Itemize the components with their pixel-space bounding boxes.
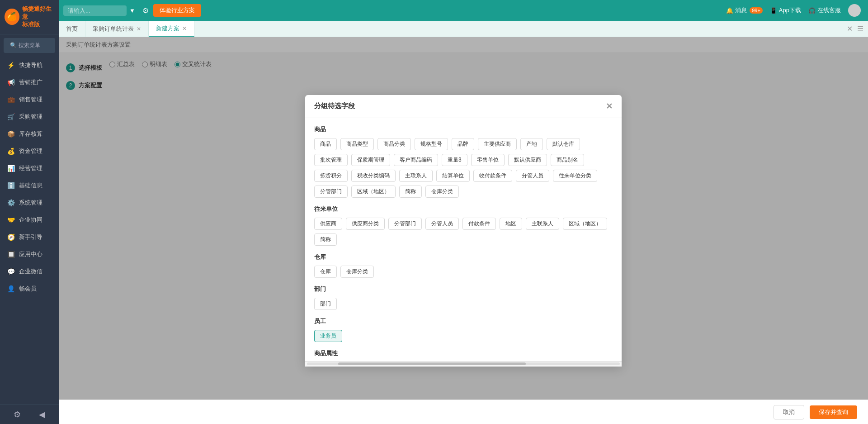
sidebar-bottom: ⚙ ◀ bbox=[0, 405, 59, 424]
section-goods-title: 商品 bbox=[314, 125, 613, 133]
tab-purchase-stats-close[interactable]: ✕ bbox=[137, 26, 141, 32]
field-main-supplier[interactable]: 主要供应商 bbox=[478, 138, 517, 150]
field-dept[interactable]: 部门 bbox=[314, 298, 337, 310]
sidebar-item-label: 企业协同 bbox=[19, 216, 42, 224]
online-service-btn[interactable]: 🎧 在线客服 bbox=[808, 6, 841, 14]
sidebar-item-purchase[interactable]: 🛒 采购管理 bbox=[0, 108, 59, 125]
field-wh-cat[interactable]: 仓库分类 bbox=[340, 266, 374, 278]
field-pay-cond[interactable]: 付款条件 bbox=[462, 218, 496, 230]
user-avatar[interactable] bbox=[848, 4, 861, 17]
field-goods-spec[interactable]: 规格型号 bbox=[415, 138, 448, 150]
field-settlement-unit[interactable]: 结算单位 bbox=[436, 170, 470, 182]
field-supplier[interactable]: 供应商 bbox=[314, 218, 342, 230]
dialog-close-btn[interactable]: ✕ bbox=[606, 101, 613, 111]
field-wh[interactable]: 仓库 bbox=[314, 266, 337, 278]
collab-icon: 🤝 bbox=[6, 216, 15, 224]
field-brand[interactable]: 品牌 bbox=[452, 138, 474, 150]
field-goods-alias[interactable]: 商品别名 bbox=[551, 154, 584, 166]
field-partner-contact[interactable]: 主联系人 bbox=[526, 218, 559, 230]
purchase-icon: 🛒 bbox=[6, 113, 15, 120]
field-supplier-cat[interactable]: 供应商分类 bbox=[346, 218, 385, 230]
sidebar-item-collab[interactable]: 🤝 企业协同 bbox=[0, 211, 59, 229]
trial-btn[interactable]: 体验行业方案 bbox=[153, 4, 201, 17]
sidebar-item-sales[interactable]: 💼 销售管理 bbox=[0, 91, 59, 108]
field-pickup-points[interactable]: 拣货积分 bbox=[314, 170, 348, 182]
operation-icon: 📊 bbox=[6, 165, 15, 172]
sidebar-item-label: 企业微信 bbox=[19, 267, 42, 276]
field-batch-mgmt[interactable]: 批次管理 bbox=[314, 154, 348, 166]
sidebar-item-marketing[interactable]: 📢 营销推广 bbox=[0, 74, 59, 91]
field-salesperson[interactable]: 业务员 bbox=[314, 330, 342, 342]
notification-btn[interactable]: 🔔 消息 99+ bbox=[726, 6, 763, 14]
field-goods-type[interactable]: 商品类型 bbox=[340, 138, 374, 150]
sidebar-item-label: 营销推广 bbox=[19, 78, 42, 86]
field-expiry-mgmt[interactable]: 保质期管理 bbox=[351, 154, 390, 166]
field-warehouse-cat[interactable]: 仓库分类 bbox=[425, 186, 459, 198]
sidebar-item-label: 销售管理 bbox=[19, 95, 42, 104]
tab-close-all-icon[interactable]: ✕ bbox=[847, 24, 853, 33]
field-default-supplier[interactable]: 默认供应商 bbox=[508, 154, 547, 166]
cancel-button[interactable]: 取消 bbox=[774, 405, 804, 419]
section-goods-fields: 商品 商品类型 商品分类 规格型号 品牌 主要供应商 产地 默认仓库 批次管理 … bbox=[314, 138, 613, 198]
service-icon: 🎧 bbox=[808, 7, 816, 14]
sidebar-item-wechat[interactable]: 💬 企业微信 bbox=[0, 263, 59, 280]
tab-home[interactable]: 首页 bbox=[59, 21, 85, 37]
field-goods-item[interactable]: 商品 bbox=[314, 138, 337, 150]
dialog-header: 分组待选字段 ✕ bbox=[305, 95, 622, 118]
tab-menu-icon[interactable]: ☰ bbox=[857, 24, 863, 33]
sidebar-item-quick-nav[interactable]: ⚡ 快捷导航 bbox=[0, 57, 59, 74]
field-default-warehouse[interactable]: 默认仓库 bbox=[547, 138, 580, 150]
sales-icon: 💼 bbox=[6, 96, 15, 103]
sidebar-item-operation[interactable]: 📊 经营管理 bbox=[0, 160, 59, 177]
topbar-dropdown-arrow[interactable]: ▼ bbox=[129, 7, 135, 14]
field-area[interactable]: 地区 bbox=[500, 218, 522, 230]
section-department: 部门 部门 bbox=[314, 285, 613, 310]
finance-icon: 💰 bbox=[6, 148, 15, 155]
settings-bottom-icon[interactable]: ⚙ bbox=[14, 410, 21, 419]
field-dept-managed[interactable]: 分管部门 bbox=[314, 186, 348, 198]
search-menu-label: 搜索菜单 bbox=[19, 42, 40, 49]
field-short-name[interactable]: 简称 bbox=[399, 186, 422, 198]
sidebar-item-member[interactable]: 👤 畅会员 bbox=[0, 280, 59, 297]
logo-icon: 🍊 bbox=[5, 9, 19, 25]
field-payment-terms[interactable]: 收付款条件 bbox=[473, 170, 512, 182]
field-partner-region[interactable]: 区域（地区） bbox=[563, 218, 607, 230]
sidebar-item-finance[interactable]: 💰 资金管理 bbox=[0, 143, 59, 160]
app-download-btn[interactable]: 📱 App下载 bbox=[770, 6, 801, 14]
search-menu[interactable]: 🔍 搜索菜单 bbox=[4, 38, 55, 53]
sidebar-item-system[interactable]: ⚙️ 系统管理 bbox=[0, 194, 59, 211]
field-customer-code[interactable]: 客户商品编码 bbox=[394, 154, 438, 166]
field-partner-dept[interactable]: 分管部门 bbox=[388, 218, 422, 230]
collapse-icon[interactable]: ◀ bbox=[39, 410, 45, 419]
sidebar-item-apps[interactable]: 🔲 应用中心 bbox=[0, 246, 59, 263]
field-partner-person[interactable]: 分管人员 bbox=[425, 218, 459, 230]
field-region[interactable]: 区域（地区） bbox=[351, 186, 396, 198]
tabbar-right: ✕ ☰ bbox=[847, 24, 868, 33]
field-weight3[interactable]: 重量3 bbox=[442, 154, 467, 166]
tab-new-plan-close[interactable]: ✕ bbox=[182, 25, 187, 32]
field-goods-category[interactable]: 商品分类 bbox=[377, 138, 411, 150]
field-tax-code[interactable]: 税收分类编码 bbox=[351, 170, 396, 182]
topbar-gear-icon[interactable]: ⚙ bbox=[142, 6, 149, 15]
field-unit-category[interactable]: 往来单位分类 bbox=[553, 170, 597, 182]
section-department-title: 部门 bbox=[314, 285, 613, 293]
tab-new-plan-label: 新建方案 bbox=[156, 24, 179, 33]
field-partner-shortname[interactable]: 简称 bbox=[314, 233, 337, 246]
tab-purchase-stats[interactable]: 采购订单统计表 ✕ bbox=[85, 21, 149, 37]
save-query-button[interactable]: 保存并查询 bbox=[810, 405, 857, 419]
dialog-body[interactable]: 商品 商品 商品类型 商品分类 规格型号 品牌 主要供应商 产地 默认仓库 批次… bbox=[305, 118, 622, 361]
field-main-contact[interactable]: 主联系人 bbox=[399, 170, 433, 182]
app-logo: 🍊 畅捷通好生意 标准版 bbox=[0, 0, 59, 34]
sidebar-item-label: 系统管理 bbox=[19, 199, 42, 207]
topbar-search-input[interactable] bbox=[63, 5, 127, 16]
tab-new-plan[interactable]: 新建方案 ✕ bbox=[149, 21, 194, 37]
sidebar-item-inventory[interactable]: 📦 库存核算 bbox=[0, 125, 59, 143]
sidebar-item-guide[interactable]: 🧭 新手引导 bbox=[0, 229, 59, 246]
field-origin[interactable]: 产地 bbox=[520, 138, 543, 150]
sidebar-item-label: 库存核算 bbox=[19, 130, 42, 138]
field-retail-unit[interactable]: 零售单位 bbox=[471, 154, 505, 166]
section-warehouse-fields: 仓库 仓库分类 bbox=[314, 266, 613, 278]
dialog-hscrollbar[interactable] bbox=[305, 361, 622, 367]
field-supervisor[interactable]: 分管人员 bbox=[516, 170, 549, 182]
sidebar-item-basic[interactable]: ℹ️ 基础信息 bbox=[0, 177, 59, 194]
